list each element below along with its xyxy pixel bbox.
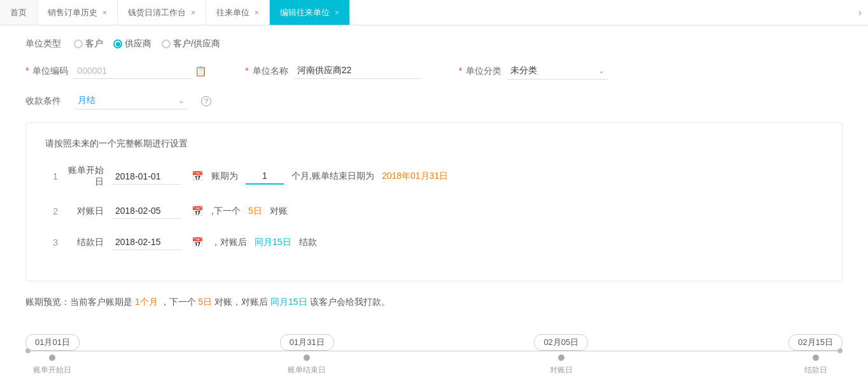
- radio-supplier-circle: [113, 39, 122, 48]
- tab-close-partner[interactable]: ×: [255, 8, 259, 17]
- preview-part3: 同月15日: [270, 297, 307, 307]
- radio-customer[interactable]: 客户: [74, 38, 103, 50]
- payment-date-input[interactable]: [111, 234, 181, 250]
- main-content: 单位类型 客户 供应商 客户/供应商 * 单位编码 📋: [0, 25, 868, 387]
- billing-row-2: 2 对账日 📅 ,下一个 5日 对账: [45, 203, 823, 219]
- unit-name-field: * 单位名称: [245, 63, 420, 79]
- radio-both-circle: [162, 39, 171, 48]
- node-label-4: 结款日: [804, 365, 827, 376]
- row-label-2: 对账日: [66, 206, 104, 217]
- reconcile-prefix: ,下一个: [211, 206, 241, 217]
- node-dot-3: [558, 355, 564, 361]
- reconcile-suffix: 对账: [270, 206, 288, 217]
- unit-name-label: * 单位名称: [245, 66, 288, 77]
- period-unit: 个月,账单结束日期为: [291, 171, 374, 182]
- node-tag-4: 02月15日: [788, 334, 843, 351]
- calendar-icon-1[interactable]: 📅: [192, 171, 204, 182]
- unit-code-label: * 单位编码: [25, 66, 68, 77]
- tab-partner[interactable]: 往来单位 ×: [206, 0, 270, 25]
- start-date-input[interactable]: [111, 169, 181, 185]
- node-label-3: 对账日: [550, 365, 573, 376]
- unit-type-radio-group: 客户 供应商 客户/供应商: [74, 38, 220, 50]
- help-icon[interactable]: ?: [201, 96, 211, 106]
- period-prefix: 账期为: [211, 171, 238, 182]
- payment-suffix: 结款: [299, 237, 317, 248]
- tab-edit-partner[interactable]: 编辑往来单位 ×: [270, 0, 350, 25]
- node-tag-2: 01月31日: [280, 334, 334, 351]
- section-title: 请按照未来的一个完整帐期进行设置: [45, 138, 823, 150]
- required-star-category: *: [459, 66, 462, 76]
- unit-code-input[interactable]: [73, 63, 192, 79]
- period-end-date: 2018年01月31日: [382, 171, 448, 182]
- unit-info-row: * 单位编码 📋 * 单位名称 * 单位分类 未分类 ⌄: [25, 62, 843, 80]
- radio-both[interactable]: 客户/供应商: [162, 38, 220, 50]
- timeline-node-1: 01月01日 账单开始日: [25, 334, 80, 376]
- tab-bar: 首页 销售订单历史 × 钱货日清工作台 × 往来单位 × 编辑往来单位 × ›: [0, 0, 868, 25]
- preview-section: 账期预览：当前客户账期是 1个月 ，下一个 5日 对账，对账后 同月15日 该客…: [25, 294, 843, 310]
- payment-prefix: ，对账后: [211, 237, 247, 248]
- billing-row-3: 3 结款日 📅 ，对账后 同月15日 结款: [45, 234, 823, 250]
- tab-home[interactable]: 首页: [0, 0, 38, 25]
- node-dot-4: [813, 355, 819, 361]
- payment-condition-dropdown[interactable]: 月结 ⌄: [74, 92, 188, 109]
- unit-type-row: 单位类型 客户 供应商 客户/供应商: [25, 38, 843, 50]
- reconcile-highlight: 5日: [248, 206, 262, 217]
- row-num-1: 1: [45, 171, 58, 181]
- billing-section: 请按照未来的一个完整帐期进行设置 1 账单开始日 📅 账期为 个月,账单结束日期…: [25, 122, 843, 281]
- period-input[interactable]: [246, 168, 284, 185]
- calendar-icon-3[interactable]: 📅: [192, 237, 204, 248]
- unit-category-dropdown[interactable]: 未分类 ⌄: [507, 62, 608, 80]
- tab-close-sales-history[interactable]: ×: [102, 8, 107, 17]
- reconcile-date-input[interactable]: [111, 203, 181, 219]
- row-label-3: 结款日: [66, 237, 104, 248]
- tab-close-cash-work[interactable]: ×: [191, 8, 195, 17]
- unit-name-input[interactable]: [293, 63, 421, 79]
- node-label-2: 账单结束日: [288, 365, 326, 376]
- node-dot-1: [49, 355, 55, 361]
- timeline-node-2: 01月31日 账单结束日: [280, 334, 334, 376]
- preview-part2: 5日: [198, 297, 212, 307]
- billing-row-1: 1 账单开始日 📅 账期为 个月,账单结束日期为 2018年01月31日: [45, 165, 823, 188]
- radio-customer-circle: [74, 39, 83, 48]
- required-star-code: *: [25, 66, 29, 76]
- row-num-3: 3: [45, 237, 58, 248]
- row-num-2: 2: [45, 206, 58, 216]
- tab-more-arrow[interactable]: ›: [852, 0, 868, 25]
- timeline-node-4: 02月15日 结款日: [788, 334, 843, 376]
- node-tag-1: 01月01日: [25, 334, 80, 351]
- payment-highlight: 同月15日: [255, 237, 291, 248]
- payment-dropdown-arrow: ⌄: [178, 96, 185, 105]
- calendar-icon-2[interactable]: 📅: [192, 206, 204, 217]
- payment-condition-row: 收款条件 月结 ⌄ ?: [25, 92, 843, 109]
- node-label-1: 账单开始日: [33, 365, 71, 376]
- unit-category-field: * 单位分类 未分类 ⌄: [459, 62, 608, 80]
- tab-close-edit-partner[interactable]: ×: [335, 8, 339, 17]
- unit-type-label: 单位类型: [25, 38, 61, 50]
- timeline-section: 01月01日 账单开始日 01月31日 账单结束日 02月05日 对账日 02月…: [25, 328, 843, 387]
- copy-icon[interactable]: 📋: [195, 66, 207, 77]
- tab-sales-history[interactable]: 销售订单历史 ×: [38, 0, 118, 25]
- radio-supplier[interactable]: 供应商: [113, 38, 151, 50]
- unit-code-input-wrapper: 📋: [73, 63, 207, 79]
- row-label-1: 账单开始日: [66, 165, 104, 188]
- unit-code-field: * 单位编码 📋: [25, 63, 207, 79]
- preview-part1: 1个月: [135, 297, 158, 307]
- tab-cash-work[interactable]: 钱货日清工作台 ×: [118, 0, 206, 25]
- node-tag-3: 02月05日: [534, 334, 588, 351]
- category-dropdown-arrow: ⌄: [598, 66, 605, 75]
- required-star-name: *: [245, 66, 248, 76]
- unit-category-label: * 单位分类: [459, 66, 501, 77]
- payment-condition-label: 收款条件: [25, 95, 61, 107]
- timeline-node-3: 02月05日 对账日: [534, 334, 588, 376]
- node-dot-2: [304, 355, 310, 361]
